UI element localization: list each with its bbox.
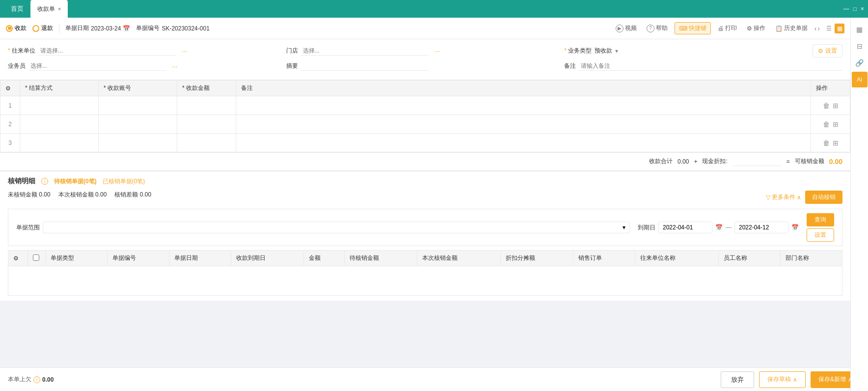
more-conditions-btn[interactable]: ▽ 更多条件 ∧: [766, 193, 801, 201]
settle-cell-2[interactable]: [20, 115, 99, 134]
unverified-value: 0.00: [39, 191, 50, 198]
shortcut-btn[interactable]: ⌨ 快捷键: [675, 22, 711, 34]
right-sidebar: ▦ ⊟ 🔗 Ai: [850, 18, 868, 391]
delete-icon-1[interactable]: 🗑: [823, 102, 830, 110]
bt-settings-col[interactable]: ⚙: [8, 251, 28, 266]
toolbar-actions: ▶ 视频 ? 帮助 ⌨ 快捷键 🖨 打印 ⚙ 操作 📋 历史单据: [613, 22, 844, 34]
amount-cell-2[interactable]: [177, 115, 236, 134]
remark-cell-1[interactable]: [236, 96, 811, 115]
tab-active-label: 收款单: [37, 0, 55, 18]
receipt-refund-group: 收款 退款: [6, 24, 53, 32]
nav-next-icon[interactable]: ›: [817, 25, 820, 32]
actions-cell-2: 🗑 ⊞: [811, 115, 850, 134]
chevron-up-icon: ∧: [797, 194, 801, 201]
discount-input[interactable]: [732, 157, 782, 166]
store-more-icon[interactable]: ···: [432, 47, 443, 55]
help-btn[interactable]: ? 帮助: [644, 23, 671, 33]
tab-active[interactable]: 收款单 ×: [30, 0, 68, 18]
amount-cell-3[interactable]: [177, 134, 236, 152]
video-btn[interactable]: ▶ 视频: [613, 23, 640, 33]
sidebar-list-icon[interactable]: ⊟: [852, 38, 868, 54]
business-type-selector[interactable]: 预收款 ▾: [595, 47, 810, 55]
footer-info: 本单上欠 i 0.00: [8, 375, 54, 384]
print-label: 打印: [725, 24, 737, 32]
discard-btn[interactable]: 放弃: [721, 371, 754, 388]
total-value: 0.00: [678, 158, 689, 165]
receipt-radio[interactable]: 收款: [6, 24, 27, 32]
more-conditions-label: 更多条件: [772, 193, 795, 201]
settle-cell-3[interactable]: [20, 134, 99, 152]
bottom-table: ⚙ 单据类型 单据编号 单据日期 收款到期日 金额 待核销金额 本次核销金额 折…: [8, 250, 842, 296]
remark-cell-3[interactable]: [236, 134, 811, 152]
bt-employee-col: 员工名称: [718, 251, 780, 266]
writeoff-info-icon[interactable]: i: [41, 178, 48, 185]
footer-bar: 本单上欠 i 0.00 放弃 保存草稿 ∧ 保存&新增 ∧: [0, 367, 868, 391]
account-cell-1[interactable]: [99, 96, 177, 115]
layout-list-icon[interactable]: ☰: [824, 24, 834, 33]
sidebar-ai-icon[interactable]: Ai: [852, 72, 868, 87]
partner-input[interactable]: [38, 46, 176, 56]
tab-close-icon[interactable]: ×: [58, 0, 61, 18]
save-draft-btn[interactable]: 保存草稿 ∧: [759, 371, 806, 388]
copy-icon-1[interactable]: ⊞: [833, 102, 839, 110]
bt-select-all-checkbox[interactable]: [33, 254, 39, 261]
operate-btn[interactable]: ⚙ 操作: [744, 23, 768, 33]
query-btn[interactable]: 查询: [807, 213, 834, 226]
refund-radio[interactable]: 退款: [32, 24, 53, 32]
doc-date-field: 单据日期 2023-03-24 📅: [65, 24, 130, 32]
filter-range-field: 单据范围 ▾: [16, 222, 630, 233]
delete-icon-2[interactable]: 🗑: [823, 120, 830, 128]
filter-range-label: 单据范围: [16, 223, 40, 232]
nav-arrows: ‹ ›: [814, 25, 820, 32]
calendar-end-icon[interactable]: 📅: [791, 224, 799, 231]
sidebar-link-icon[interactable]: 🔗: [852, 55, 868, 71]
form-settings-btn[interactable]: ⚙ 设置: [813, 44, 842, 57]
footer-info-icon[interactable]: i: [33, 376, 40, 383]
partner-field: 往来单位 ···: [8, 46, 286, 56]
nav-prev-icon[interactable]: ‹: [814, 25, 817, 32]
auto-writeoff-btn[interactable]: 自动核销: [805, 191, 842, 204]
delete-icon-3[interactable]: 🗑: [823, 139, 830, 147]
done-tab[interactable]: 已核销单据(0笔): [103, 177, 145, 186]
th-settings[interactable]: ⚙: [0, 81, 20, 96]
remark-input[interactable]: [579, 61, 842, 71]
current-value: 0.00: [95, 191, 107, 198]
date-start-input[interactable]: [658, 222, 712, 233]
settle-cell-1[interactable]: [20, 96, 99, 115]
account-cell-3[interactable]: [99, 134, 177, 152]
minimize-btn[interactable]: —: [843, 5, 849, 12]
account-cell-2[interactable]: [99, 115, 177, 134]
calendar-start-icon[interactable]: 📅: [715, 224, 723, 231]
toolbar: 收款 退款 单据日期 2023-03-24 📅 单据编号 SK-20230324…: [0, 18, 850, 39]
amount-cell-1[interactable]: [177, 96, 236, 115]
store-input[interactable]: [301, 46, 429, 56]
discount-label: 现金折扣:: [702, 157, 727, 166]
filter-range-select[interactable]: ▾: [43, 222, 630, 233]
copy-icon-2[interactable]: ⊞: [833, 120, 839, 128]
date-end-input[interactable]: [734, 222, 788, 233]
maximize-btn[interactable]: □: [853, 5, 857, 12]
tab-home[interactable]: 首页: [4, 0, 30, 18]
pending-tab[interactable]: 待核销单据(0笔): [54, 177, 97, 186]
copy-icon-3[interactable]: ⊞: [833, 139, 839, 147]
salesperson-more-icon[interactable]: ···: [169, 62, 181, 70]
settings-icon: ⚙: [818, 48, 823, 55]
filter-settings-btn[interactable]: 设置: [807, 228, 834, 242]
print-btn[interactable]: 🖨 打印: [715, 23, 740, 33]
help-icon: ?: [647, 25, 654, 32]
salesperson-label: 业务员: [8, 62, 26, 70]
sidebar-table-icon[interactable]: ▦: [852, 22, 868, 37]
close-btn[interactable]: ×: [861, 5, 864, 12]
th-actions: 操作: [811, 81, 850, 96]
remark-cell-2[interactable]: [236, 115, 811, 134]
bt-doc-no-col: 单据编号: [108, 251, 169, 266]
salesperson-input[interactable]: [28, 61, 166, 71]
layout-grid-icon[interactable]: ▦: [835, 24, 844, 33]
partner-more-icon[interactable]: ···: [179, 47, 190, 55]
history-btn[interactable]: 📋 历史单据: [772, 23, 811, 33]
writeoff-header: 核销明细 i 待核销单据(0笔) 已核销单据(0笔): [8, 177, 842, 186]
calendar-icon[interactable]: 📅: [123, 25, 130, 32]
remark-field: 备注: [564, 61, 842, 71]
summary-input[interactable]: [301, 61, 429, 71]
bt-pending-col: 待核销金额: [344, 251, 417, 266]
